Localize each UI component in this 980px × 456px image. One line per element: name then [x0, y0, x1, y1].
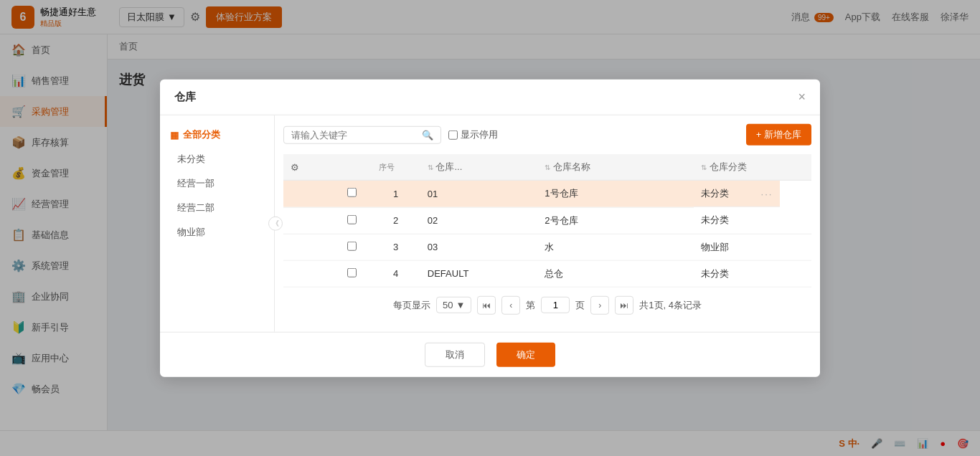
row-no-2: 2 [372, 207, 420, 234]
total-label: 共1页, 4条记录 [639, 298, 702, 311]
table-toolbar: 🔍 显示停用 + 新增仓库 [283, 124, 811, 146]
row-checkbox-4[interactable] [347, 267, 357, 277]
category-item-unclassified[interactable]: 未分类 [160, 147, 274, 171]
row-name-2: 2号仓库 [537, 207, 694, 234]
row-no-1: 1 [372, 180, 420, 207]
confirm-button[interactable]: 确定 [496, 342, 555, 366]
sort-icon-cat: ⇅ [701, 163, 707, 171]
category-item-1[interactable]: 经营一部 [160, 171, 274, 196]
page-size-value: 50 [443, 300, 453, 310]
first-page-btn[interactable]: ⏮ [477, 295, 496, 314]
row-cat-1: 未分类··· [694, 181, 780, 207]
row-checkbox-2[interactable] [347, 214, 357, 224]
modal-body: ▦ 全部分类 未分类 经营一部 经营二部 物业部 《 🔍 显示停用 + 新增 [160, 115, 820, 332]
category-panel: ▦ 全部分类 未分类 经营一部 经营二部 物业部 《 [160, 115, 275, 332]
sort-icon-name: ⇅ [545, 163, 550, 171]
search-input[interactable] [291, 129, 422, 140]
row-gear-2 [283, 207, 332, 234]
grid-icon: ▦ [170, 129, 179, 140]
col-header-category[interactable]: ⇅ 仓库分类 [694, 154, 811, 181]
row-gear-4 [283, 260, 332, 287]
row-name-4: 总仓 [537, 260, 694, 287]
modal-footer: 取消 确定 [160, 331, 820, 376]
table-row[interactable]: 3 03 水 物业部 [283, 234, 811, 260]
page-suffix: 页 [575, 298, 585, 311]
warehouse-modal: 仓库 × ▦ 全部分类 未分类 经营一部 经营二部 物业部 《 🔍 [160, 80, 820, 377]
page-size-select[interactable]: 50 ▼ [436, 297, 471, 313]
close-icon[interactable]: × [798, 90, 806, 105]
table-panel: 🔍 显示停用 + 新增仓库 ⚙ 序号 [275, 115, 820, 332]
row-check-2 [332, 207, 372, 234]
row-cat-2: 未分类 [694, 207, 811, 234]
show-disabled-label: 显示停用 [461, 128, 498, 141]
next-page-btn[interactable]: › [590, 295, 609, 314]
search-icon[interactable]: 🔍 [422, 129, 433, 140]
row-cat-3: 物业部 [694, 234, 811, 260]
table-row[interactable]: 1 01 1号仓库 未分类··· [283, 180, 811, 207]
row-code-3: 03 [420, 234, 538, 260]
row-code-4: DEFAULT [420, 260, 538, 287]
show-disabled-checkbox[interactable]: 显示停用 [448, 128, 498, 141]
row-no-4: 4 [372, 260, 420, 287]
last-page-btn[interactable]: ⏭ [615, 295, 633, 314]
search-box: 🔍 [283, 125, 441, 143]
row-checkbox-3[interactable] [347, 241, 357, 250]
page-size-arrow: ▼ [456, 300, 465, 310]
pagination: 每页显示 50 ▼ ⏮ ‹ 第 页 › ⏭ 共1页, 4条记录 [283, 287, 811, 323]
row-check-1 [332, 180, 372, 207]
warehouse-table: ⚙ 序号 ⇅ 仓库... ⇅ 仓库名称 [283, 154, 811, 288]
add-warehouse-btn[interactable]: + 新增仓库 [746, 124, 811, 146]
row-code-2: 02 [420, 207, 538, 234]
all-category-label: 全部分类 [183, 128, 220, 141]
prev-page-btn[interactable]: ‹ [501, 295, 520, 314]
disabled-checkbox[interactable] [448, 130, 458, 139]
col-header-code[interactable]: ⇅ 仓库... [420, 154, 538, 181]
row-name-3: 水 [537, 234, 694, 260]
row-checkbox-1[interactable] [347, 188, 357, 197]
all-category-item[interactable]: ▦ 全部分类 [160, 123, 274, 147]
table-container: ⚙ 序号 ⇅ 仓库... ⇅ 仓库名称 [283, 154, 811, 288]
row-check-3 [332, 234, 372, 260]
category-item-2[interactable]: 经营二部 [160, 196, 274, 220]
row-code-1: 01 [420, 180, 538, 207]
table-row[interactable]: 2 02 2号仓库 未分类 [283, 207, 811, 234]
col-header-check [332, 154, 372, 181]
table-row[interactable]: 4 DEFAULT 总仓 未分类 [283, 260, 811, 287]
modal-title: 仓库 [174, 90, 196, 104]
row-name-1: 1号仓库 [537, 180, 694, 207]
page-label: 第 [526, 298, 535, 311]
collapse-panel-btn[interactable]: 《 [268, 217, 283, 231]
page-input[interactable] [541, 297, 570, 313]
row-gear-3 [283, 234, 332, 260]
modal-header: 仓库 × [160, 80, 820, 115]
sort-icon-code: ⇅ [428, 163, 433, 171]
row-gear-1 [283, 180, 332, 207]
col-header-gear: ⚙ [283, 154, 332, 181]
col-header-no: 序号 [372, 154, 420, 181]
col-header-name[interactable]: ⇅ 仓库名称 [537, 154, 694, 181]
cancel-button[interactable]: 取消 [425, 342, 485, 366]
page-size-label: 每页显示 [393, 298, 430, 311]
row-check-4 [332, 260, 372, 287]
row-no-3: 3 [372, 234, 420, 260]
category-item-3[interactable]: 物业部 [160, 220, 274, 244]
row-cat-4: 未分类 [694, 260, 811, 287]
